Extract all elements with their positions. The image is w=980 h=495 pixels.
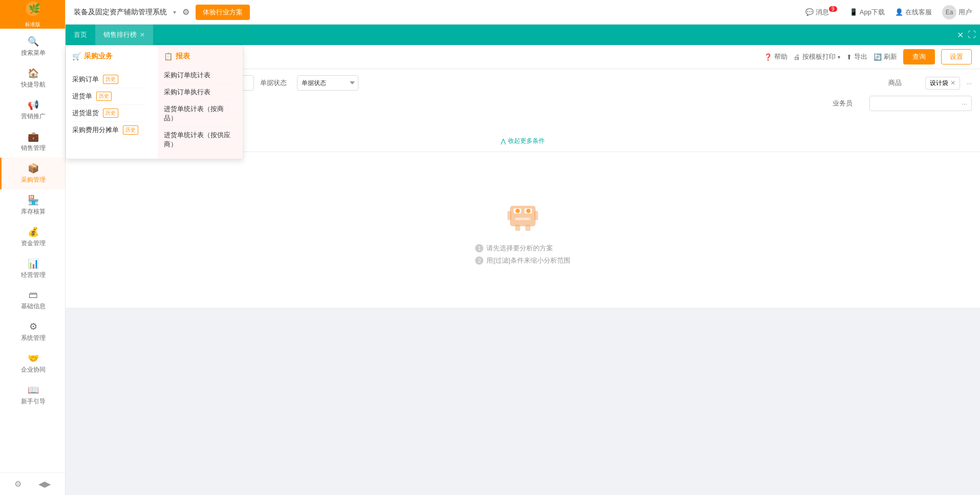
product-dots[interactable]: ··· bbox=[966, 79, 972, 87]
stock-in-label: 进货单 bbox=[72, 92, 92, 101]
empty-text: 1 请先选择要分析的方案 2 用[过滤]条件来缩小分析范围 bbox=[475, 242, 570, 267]
sidebar-item-marketing[interactable]: 📢 营销推广 bbox=[0, 94, 65, 126]
sidebar-label-system: 系统管理 bbox=[21, 334, 46, 342]
messages-badge: 9 bbox=[829, 6, 837, 12]
print-arrow: ▾ bbox=[838, 54, 840, 60]
product-tag-close[interactable]: ✕ bbox=[950, 79, 955, 87]
messages-label: 消息 bbox=[816, 8, 829, 17]
sidebar-label-basic: 基础信息 bbox=[21, 302, 46, 311]
cost-allocation-history: 历史 bbox=[123, 125, 138, 135]
dropdown-cost-allocation[interactable]: 采购费用分摊单 历史 bbox=[72, 122, 145, 138]
enterprise-icon: 🤝 bbox=[28, 353, 39, 364]
dropdown-stock-in-stats-supplier[interactable]: 进货单统计表（按供应商） bbox=[164, 127, 237, 153]
status-label: 单据状态 bbox=[260, 78, 291, 88]
header-dropdown-arrow[interactable]: ▾ bbox=[173, 9, 176, 16]
purchase-order-exec-label: 采购订单执行表 bbox=[164, 88, 210, 97]
tab-sales-ranking[interactable]: 销售排行榜 ✕ bbox=[95, 25, 153, 45]
empty-illustration bbox=[497, 193, 548, 234]
help-label: 帮助 bbox=[774, 52, 787, 61]
sidebar-item-sales[interactable]: 💼 销售管理 bbox=[0, 126, 65, 158]
step-1-num: 1 bbox=[475, 244, 483, 252]
sidebar-item-finance[interactable]: 💰 资金管理 bbox=[0, 221, 65, 253]
refresh-item[interactable]: 🔄 刷新 bbox=[874, 52, 897, 61]
salesperson-label: 业务员 bbox=[833, 99, 863, 108]
svg-text:🌿: 🌿 bbox=[29, 3, 40, 14]
query-button[interactable]: 查询 bbox=[903, 49, 935, 64]
tab-expand-icon[interactable]: ⛶ bbox=[968, 30, 976, 39]
sidebar-item-operations[interactable]: 📊 经营管理 bbox=[0, 253, 65, 285]
sidebar-item-inventory[interactable]: 🏪 库存核算 bbox=[0, 189, 65, 221]
dropdown-return[interactable]: 进货退货 历史 bbox=[72, 105, 145, 122]
sidebar-nav: 🔍 搜索菜单 🏠 快捷导航 📢 营销推广 💼 销售管理 📦 采购管理 🏪 库存核… bbox=[0, 29, 65, 472]
purchase-order-stats-label: 采购订单统计表 bbox=[164, 71, 210, 80]
dropdown-purchase-order-stats[interactable]: 采购订单统计表 bbox=[164, 67, 237, 84]
collapse-button[interactable]: ⋀ 收起更多条件 bbox=[501, 137, 545, 145]
online-service-item[interactable]: 👤 在线客服 bbox=[895, 8, 932, 17]
svg-rect-5 bbox=[515, 218, 530, 220]
dropdown-purchase-order[interactable]: 采购订单 历史 bbox=[72, 71, 145, 88]
app-download-item[interactable]: 📱 App下载 bbox=[849, 8, 885, 17]
sidebar-label-guide: 新手引导 bbox=[21, 397, 46, 406]
print-item[interactable]: 🖨 按模板打印 ▾ bbox=[794, 52, 840, 61]
status-select[interactable]: 单据状态 bbox=[297, 75, 358, 91]
product-label: 商品 bbox=[888, 78, 919, 88]
sidebar-item-enterprise[interactable]: 🤝 企业协同 bbox=[0, 348, 65, 379]
user-label: 用户 bbox=[958, 8, 972, 17]
sidebar-logo: 🌿 标准版 bbox=[0, 0, 65, 29]
sidebar-item-home[interactable]: 🏠 快捷导航 bbox=[0, 62, 65, 94]
export-icon: ⬆ bbox=[846, 53, 852, 61]
empty-line-2: 2 用[过滤]条件来缩小分析范围 bbox=[475, 254, 570, 267]
svg-point-10 bbox=[516, 209, 520, 213]
sidebar-item-guide[interactable]: 📖 新手引导 bbox=[0, 379, 65, 411]
purchase-icon: 📦 bbox=[28, 163, 39, 174]
sidebar-item-search[interactable]: 🔍 搜索菜单 bbox=[0, 31, 65, 62]
stock-in-history: 历史 bbox=[96, 92, 112, 101]
tab-home-label: 首页 bbox=[74, 30, 87, 39]
purchase-col-icon: 🛒 bbox=[72, 52, 81, 60]
tab-bar: 首页 销售排行榜 ✕ ✕ ⛶ bbox=[66, 25, 980, 45]
svg-rect-9 bbox=[525, 225, 530, 231]
stock-in-stats-supplier-label: 进货单统计表（按供应商） bbox=[164, 131, 237, 149]
refresh-label: 刷新 bbox=[884, 52, 897, 61]
industry-button[interactable]: 体验行业方案 bbox=[196, 5, 250, 20]
sidebar-item-system[interactable]: ⚙ 系统管理 bbox=[0, 316, 65, 348]
dropdown-stock-in[interactable]: 进货单 历史 bbox=[72, 88, 145, 105]
header-right: 💬 消息 9 📱 App下载 👤 在线客服 Ea 用户 bbox=[805, 5, 972, 19]
return-label: 进货退货 bbox=[72, 109, 99, 118]
sidebar-label-inventory: 库存核算 bbox=[21, 207, 46, 216]
tab-close-all-icon[interactable]: ✕ bbox=[957, 30, 964, 40]
settings-button[interactable]: 设置 bbox=[941, 49, 972, 64]
collapse-icon: ⋀ bbox=[501, 138, 506, 145]
product-tag: 设计袋 ✕ bbox=[925, 77, 960, 90]
settings-bottom-icon[interactable]: ⚙ bbox=[14, 479, 22, 489]
help-item[interactable]: ❓ 帮助 bbox=[764, 52, 787, 61]
dropdown-reports-col: 📋 报表 采购订单统计表 采购订单执行表 进货单统计表（按商品） 进货单统计表（… bbox=[158, 46, 243, 159]
tab-close-icon[interactable]: ✕ bbox=[140, 31, 145, 38]
header-settings-icon[interactable]: ⚙ bbox=[182, 7, 189, 17]
message-icon: 💬 bbox=[805, 8, 814, 16]
export-item[interactable]: ⬆ 导出 bbox=[846, 52, 867, 61]
sidebar-label-marketing: 营销推广 bbox=[21, 112, 46, 121]
messages-item[interactable]: 💬 消息 9 bbox=[805, 8, 839, 17]
sidebar-label-search: 搜索菜单 bbox=[21, 49, 46, 57]
dropdown-purchase-order-exec[interactable]: 采购订单执行表 bbox=[164, 84, 237, 101]
dropdown-stock-in-stats-product[interactable]: 进货单统计表（按商品） bbox=[164, 101, 237, 127]
sidebar-label-home: 快捷导航 bbox=[21, 80, 46, 89]
sidebar-item-basic[interactable]: 🗃 基础信息 bbox=[0, 285, 65, 316]
finance-icon: 💰 bbox=[28, 226, 39, 238]
tab-home[interactable]: 首页 bbox=[66, 25, 95, 45]
app-download-label: App下载 bbox=[860, 8, 885, 17]
svg-rect-7 bbox=[534, 211, 538, 220]
sales-icon: 💼 bbox=[28, 131, 39, 142]
print-icon: 🖨 bbox=[794, 53, 800, 61]
tab-sales-ranking-label: 销售排行榜 bbox=[103, 30, 137, 39]
inventory-icon: 🏪 bbox=[28, 195, 39, 206]
operations-icon: 📊 bbox=[28, 258, 39, 269]
collapse-sidebar-icon[interactable]: ◀▶ bbox=[38, 479, 51, 489]
salesperson-dots[interactable]: ··· bbox=[962, 100, 967, 107]
logo-icon: 🌿 bbox=[25, 1, 41, 20]
sidebar-item-purchase[interactable]: 📦 采购管理 bbox=[0, 158, 65, 189]
cost-allocation-label: 采购费用分摊单 bbox=[72, 125, 119, 135]
logo-text: 标准版 bbox=[25, 21, 40, 28]
user-item[interactable]: Ea 用户 bbox=[942, 5, 972, 19]
